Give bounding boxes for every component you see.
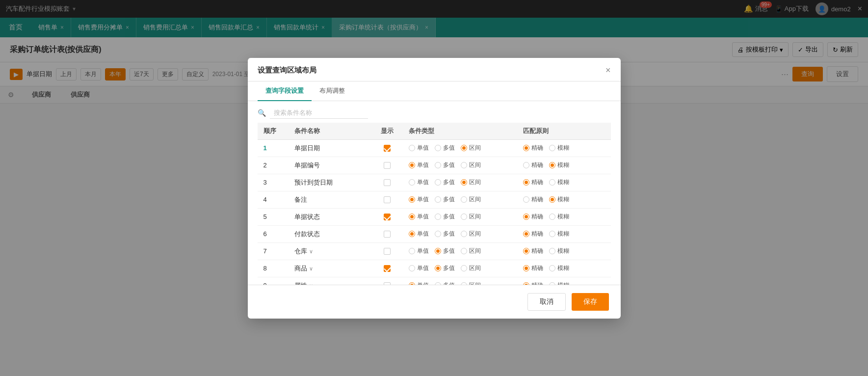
tab-layout[interactable]: 布局调整 [312,81,353,101]
tab-query-fields[interactable]: 查询字段设置 [258,81,312,101]
dialog-close-button[interactable]: × [605,66,611,75]
dialog-overlay: 设置查询区域布局 × 查询字段设置 布局调整 🔍 顺序 条件名称 显示 条件类型 [0,0,868,104]
dialog-title: 设置查询区域布局 [258,66,316,75]
settings-dialog: 设置查询区域布局 × 查询字段设置 布局调整 🔍 顺序 条件名称 显示 条件类型 [248,58,621,104]
search-area: 🔍 [248,101,621,104]
dialog-tabs: 查询字段设置 布局调整 [248,81,621,101]
dialog-header: 设置查询区域布局 × [248,58,621,81]
